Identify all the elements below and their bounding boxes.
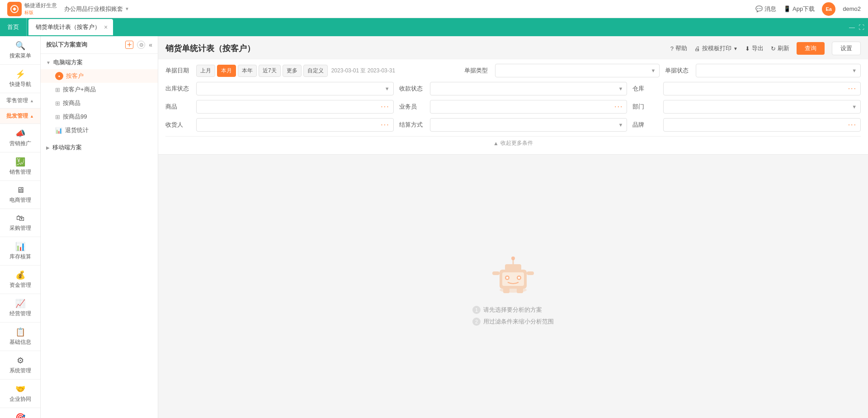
svg-point-7 — [518, 277, 520, 279]
app-download-button[interactable]: 📱 App下载 — [783, 5, 815, 13]
sidebar-item-enterprise[interactable]: 🤝 企业协同 — [0, 380, 40, 408]
plan-by-customer[interactable]: ● 按客户 — [41, 69, 158, 83]
pc-plan-group[interactable]: ▼ 电脑端方案 — [41, 56, 158, 69]
svg-rect-13 — [503, 288, 509, 293]
tab-close-button[interactable]: × — [104, 24, 108, 30]
print-button[interactable]: 🖨 按模板打印 ▼ — [694, 44, 738, 52]
sidebar-item-finance[interactable]: 💰 资金管理 — [0, 266, 40, 294]
sidebar-item-newbie[interactable]: 🎯 新手引导 — [0, 408, 40, 418]
refresh-button[interactable]: ↻ 刷新 — [771, 44, 789, 52]
tab-active[interactable]: 销货单统计表（按客户） × — [28, 19, 113, 35]
date-more[interactable]: 更多 — [283, 65, 302, 77]
receive-status-input[interactable]: ▼ — [430, 82, 627, 95]
sidebar-item-ecommerce[interactable]: 🖥 电商管理 — [0, 181, 40, 209]
settle-input[interactable]: ▼ — [430, 118, 627, 132]
plan-by-customer-goods[interactable]: ⊞ 按客户+商品 — [41, 83, 158, 96]
mobile-group-label: 移动端方案 — [52, 143, 82, 152]
sidebar-item-search-menu[interactable]: 🔍 搜索菜单 — [0, 36, 40, 65]
settle-label: 结算方式 — [399, 121, 426, 129]
operation-icon: 📈 — [3, 299, 38, 309]
filter-date-item: 单据日期 上月 本月 本年 近7天 更多 自定义 2023-03-01 至 20… — [165, 65, 459, 77]
plan-tree-panel: 按以下方案查询 + ⊙ « ▼ 电脑端方案 ● 按客户 ⊞ 按客户 — [41, 36, 158, 418]
settings-button[interactable]: 设置 — [832, 42, 861, 55]
filter-consignee-item: 收货人 ··· — [165, 118, 394, 132]
tab-home[interactable]: 首页 — [0, 18, 27, 36]
bill-type-chevron-icon: ▼ — [651, 68, 656, 73]
step-2-icon: 2 — [472, 318, 481, 326]
industry-dropdown[interactable]: 办公用品行业模拟账套 ▼ — [61, 3, 133, 15]
logo-icon[interactable] — [7, 2, 22, 16]
date-custom[interactable]: 自定义 — [303, 65, 328, 77]
staff-input[interactable]: ··· — [430, 100, 627, 114]
sidebar-item-basic-info[interactable]: 📋 基础信息 — [0, 323, 40, 351]
svg-rect-8 — [505, 264, 521, 271]
sidebar-item-system[interactable]: ⚙ 系统管理 — [0, 351, 40, 380]
message-button[interactable]: 💬 消息 — [755, 5, 776, 13]
sidebar-item-marketing[interactable]: 📣 营销推广 — [0, 124, 40, 152]
mobile-plan-group[interactable]: ▶ 移动端方案 — [41, 141, 158, 154]
plan-by-goods-99[interactable]: ⊞ 按商品99 — [41, 110, 158, 124]
date-this-month[interactable]: 本月 — [217, 65, 236, 77]
out-status-input[interactable]: ▼ — [196, 82, 394, 95]
sidebar-item-wholesale[interactable]: 批发管理 ▲ — [0, 109, 40, 124]
filter-row-4: 收货人 ··· 结算方式 ▼ 品牌 — [165, 118, 861, 132]
brand-input[interactable]: ··· — [663, 118, 861, 132]
collapse-filters-button[interactable]: ▲ 收起更多条件 — [165, 136, 861, 150]
bill-status-chevron-icon: ▼ — [852, 68, 857, 73]
quick-nav-icon: ⚡ — [3, 69, 38, 79]
warehouse-input[interactable]: ··· — [663, 82, 861, 95]
collapse-plan-icon[interactable]: « — [149, 41, 152, 48]
date-last-7-days[interactable]: 近7天 — [259, 65, 281, 77]
sidebar-item-purchase[interactable]: 🛍 采购管理 — [0, 209, 40, 237]
by-goods-icon: ⊞ — [55, 100, 60, 107]
svg-rect-11 — [492, 271, 500, 275]
help-button[interactable]: ? 帮助 — [670, 44, 687, 52]
plan-panel-header: 按以下方案查询 + ⊙ « — [41, 36, 158, 54]
warehouse-label: 仓库 — [632, 85, 660, 93]
sidebar-item-inventory[interactable]: 📊 库存核算 — [0, 237, 40, 266]
date-last-month[interactable]: 上月 — [196, 65, 215, 77]
data-section: 1 请先选择要分析的方案 2 用过滤条件来缩小分析范围 — [158, 155, 868, 418]
filter-staff-item: 业务员 ··· — [399, 100, 627, 114]
page-title: 销货单统计表（按客户） — [165, 43, 255, 54]
main-layout: 🔍 搜索菜单 ⚡ 快捷导航 零售管理 ▲ 批发管理 ▲ 📣 营销推广 💹 销售管… — [0, 36, 868, 418]
date-this-year[interactable]: 本年 — [238, 65, 257, 77]
sidebar: 🔍 搜索菜单 ⚡ 快捷导航 零售管理 ▲ 批发管理 ▲ 📣 营销推广 💹 销售管… — [0, 36, 41, 418]
add-plan-icon[interactable]: + — [125, 41, 133, 49]
help-icon: ? — [670, 45, 674, 52]
minimize-window-icon[interactable]: — — [849, 24, 855, 31]
filter-bill-type-item: 单据类型 ▼ — [464, 64, 660, 77]
username[interactable]: demo2 — [843, 5, 861, 12]
pc-group-arrow: ▼ — [46, 60, 51, 65]
filter-settle-item: 结算方式 ▼ — [399, 118, 627, 132]
empty-step-2: 2 用过滤条件来缩小分析范围 — [472, 318, 554, 326]
staff-label: 业务员 — [399, 103, 426, 111]
receive-status-label: 收款状态 — [399, 85, 426, 93]
export-button[interactable]: ⬇ 导出 — [745, 44, 764, 52]
maximize-window-icon[interactable]: ⛶ — [859, 24, 864, 31]
bill-status-input[interactable]: ▼ — [696, 64, 861, 77]
svg-point-10 — [511, 256, 515, 260]
message-icon: 💬 — [755, 5, 763, 12]
bill-status-label: 单据状态 — [665, 66, 692, 75]
dept-input[interactable]: ▼ — [663, 100, 861, 114]
sidebar-item-operation[interactable]: 📈 经营管理 — [0, 294, 40, 323]
sidebar-item-quick-nav[interactable]: ⚡ 快捷导航 — [0, 65, 40, 93]
plan-refund-stats[interactable]: 📊 退货统计 — [41, 124, 158, 137]
settings-plan-icon[interactable]: ⊙ — [137, 41, 145, 49]
query-button[interactable]: 查询 — [797, 42, 825, 55]
out-status-chevron-icon: ▼ — [385, 86, 390, 91]
sidebar-item-retail[interactable]: 零售管理 ▲ — [0, 93, 40, 109]
brand-dots-icon: ··· — [848, 121, 857, 129]
plan-by-goods[interactable]: ⊞ 按商品 — [41, 96, 158, 110]
goods-input[interactable]: ··· — [196, 100, 394, 114]
logo-text: 畅捷通好生意 标版 — [24, 2, 57, 15]
bill-type-input[interactable]: ▼ — [495, 64, 660, 77]
print-chevron-icon: ▼ — [733, 46, 738, 51]
by-goods-99-icon: ⊞ — [55, 114, 60, 120]
purchase-icon: 🛍 — [3, 214, 38, 223]
sidebar-item-sales[interactable]: 💹 销售管理 — [0, 152, 40, 181]
consignee-input[interactable]: ··· — [196, 118, 394, 132]
avatar[interactable]: Ea — [822, 2, 835, 16]
ecommerce-icon: 🖥 — [3, 185, 38, 195]
